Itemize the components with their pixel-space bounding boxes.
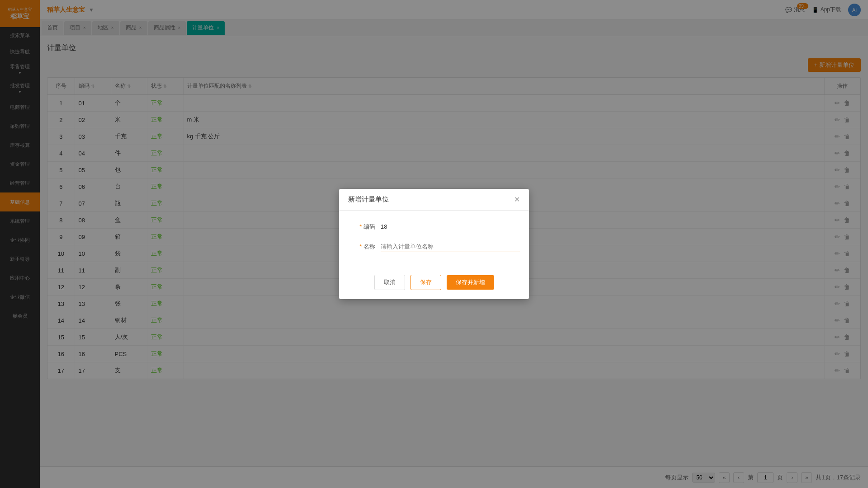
modal-title: 新增计量单位 (348, 195, 389, 204)
required-star-name: * (359, 243, 362, 250)
modal-footer: 取消 保存 保存并新增 (339, 270, 529, 299)
code-label: * 编码 (348, 223, 375, 231)
code-form-row: * 编码 (348, 221, 520, 232)
modal-close-button[interactable]: ✕ (514, 195, 520, 204)
modal-body: * 编码 * 名称 (339, 211, 529, 270)
name-label: * 名称 (348, 243, 375, 251)
modal-overlay: 新增计量单位 ✕ * 编码 * 名称 取消 保存 保存并新增 (0, 0, 868, 488)
cancel-button[interactable]: 取消 (374, 275, 405, 290)
name-input[interactable] (381, 241, 520, 252)
name-form-row: * 名称 (348, 241, 520, 252)
save-button[interactable]: 保存 (410, 275, 441, 290)
add-unit-modal: 新增计量单位 ✕ * 编码 * 名称 取消 保存 保存并新增 (339, 189, 529, 299)
required-star: * (359, 223, 362, 230)
code-input[interactable] (381, 221, 520, 232)
save-and-new-button[interactable]: 保存并新增 (447, 275, 494, 290)
modal-header: 新增计量单位 ✕ (339, 189, 529, 211)
